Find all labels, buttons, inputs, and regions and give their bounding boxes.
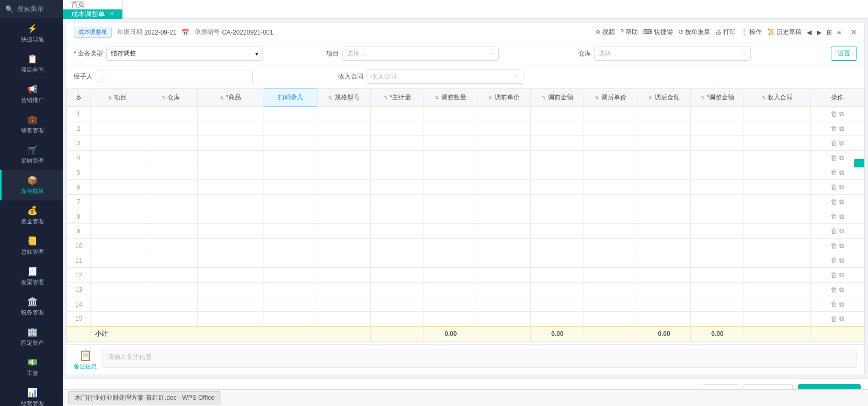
row-11-unit[interactable] xyxy=(371,253,424,268)
row-4-copy-icon[interactable]: ⧉ xyxy=(839,154,844,162)
row-4-scan[interactable] xyxy=(264,151,317,165)
row-13-adjust-amount[interactable] xyxy=(691,283,744,297)
row-9-after-price[interactable] xyxy=(584,224,637,239)
row-4-before-price[interactable] xyxy=(477,151,531,165)
row-14-before-price[interactable] xyxy=(477,297,531,312)
row-15-adjust-amount[interactable] xyxy=(691,312,744,326)
row-11-spec[interactable] xyxy=(317,253,371,268)
row-11-product[interactable] xyxy=(197,253,264,268)
row-8-income-contract[interactable] xyxy=(744,209,811,224)
taskbar-item[interactable]: 木门行业好业财处理方案-暮红红.doc - WPS Office xyxy=(68,391,221,404)
col-adjust-amount[interactable]: ⇅ *调整金额 xyxy=(691,89,744,107)
toolbar-nav-prev[interactable]: ◀ xyxy=(807,29,812,36)
row-10-after-amount[interactable] xyxy=(637,239,691,253)
row-7-product[interactable] xyxy=(197,195,264,209)
income-contract-input[interactable]: 收入合同 ··· xyxy=(367,70,523,84)
row-15-before-price[interactable] xyxy=(477,312,531,326)
row-7-before-price[interactable] xyxy=(477,195,531,209)
row-6-income-contract[interactable] xyxy=(744,180,811,195)
row-15-unit[interactable] xyxy=(371,312,424,326)
row-4-delete-icon[interactable]: 🗑 xyxy=(830,154,837,162)
sidebar-item-procurement[interactable]: 🛒采购管理 xyxy=(0,140,63,170)
row-4-income-contract[interactable] xyxy=(744,151,811,165)
sidebar-item-sales[interactable]: 💼销售管理 xyxy=(0,109,63,140)
row-15-after-amount[interactable] xyxy=(637,312,691,326)
doc-close-button[interactable]: ✕ xyxy=(850,27,857,37)
row-14-income-contract[interactable] xyxy=(744,297,811,312)
row-7-unit[interactable] xyxy=(371,195,424,209)
row-10-scan[interactable] xyxy=(264,239,317,253)
row-4-after-price[interactable] xyxy=(584,151,637,165)
row-11-adjust-amount[interactable] xyxy=(691,253,744,268)
row-2-before-price[interactable] xyxy=(477,121,531,136)
row-10-delete-icon[interactable]: 🗑 xyxy=(830,242,837,250)
doc-date-icon[interactable]: 📅 xyxy=(181,29,189,36)
toolbar-history[interactable]: 📜 历史草稿 xyxy=(767,28,802,37)
sidebar-item-ledger[interactable]: 📒总账管理 xyxy=(0,231,63,261)
settings-button[interactable]: 设置 xyxy=(831,47,857,61)
row-8-after-amount[interactable] xyxy=(637,209,691,224)
row-13-copy-icon[interactable]: ⧉ xyxy=(839,286,844,294)
row-1-unit[interactable] xyxy=(371,107,424,121)
row-3-after-amount[interactable] xyxy=(637,136,691,151)
row-5-adjust-amount[interactable] xyxy=(691,165,744,180)
row-12-qty[interactable] xyxy=(424,268,477,283)
row-9-before-price[interactable] xyxy=(477,224,531,239)
row-5-unit[interactable] xyxy=(371,165,424,180)
row-9-unit[interactable] xyxy=(371,224,424,239)
row-15-scan[interactable] xyxy=(264,312,317,326)
row-2-product[interactable] xyxy=(197,121,264,136)
row-10-adjust-amount[interactable] xyxy=(691,239,744,253)
row-15-qty[interactable] xyxy=(424,312,477,326)
row-8-scan[interactable] xyxy=(264,209,317,224)
row-8-delete-icon[interactable]: 🗑 xyxy=(830,212,837,220)
row-4-after-amount[interactable] xyxy=(637,151,691,165)
row-1-after-amount[interactable] xyxy=(637,107,691,121)
sidebar-item-payroll[interactable]: 💵工资 xyxy=(0,352,63,382)
row-3-item[interactable] xyxy=(90,136,144,151)
row-11-item[interactable] xyxy=(90,253,144,268)
row-13-product[interactable] xyxy=(197,283,264,297)
col-spec[interactable]: ⇅ 规格型号 xyxy=(317,89,371,107)
row-2-scan[interactable] xyxy=(264,121,317,136)
row-6-item[interactable] xyxy=(90,180,144,195)
row-13-warehouse[interactable] xyxy=(144,283,197,297)
row-13-spec[interactable] xyxy=(317,283,371,297)
row-11-copy-icon[interactable]: ⧉ xyxy=(839,256,844,265)
col-settings[interactable]: ⚙ xyxy=(67,89,91,107)
toolbar-recalc[interactable]: ↺ 按单重算 xyxy=(678,28,710,37)
row-10-before-amount[interactable] xyxy=(531,239,584,253)
row-7-warehouse[interactable] xyxy=(144,195,197,209)
row-6-adjust-amount[interactable] xyxy=(691,180,744,195)
row-15-income-contract[interactable] xyxy=(744,312,811,326)
col-qty[interactable]: ⇅ 调整数量 xyxy=(424,89,477,107)
row-15-product[interactable] xyxy=(197,312,264,326)
row-3-scan[interactable] xyxy=(264,136,317,151)
col-item[interactable]: ⇅ 项目 xyxy=(90,89,144,107)
row-5-warehouse[interactable] xyxy=(144,165,197,180)
row-15-after-price[interactable] xyxy=(584,312,637,326)
row-2-delete-icon[interactable]: 🗑 xyxy=(830,125,837,132)
row-7-scan[interactable] xyxy=(264,195,317,209)
row-5-qty[interactable] xyxy=(424,165,477,180)
row-1-adjust-amount[interactable] xyxy=(691,107,744,121)
row-13-before-price[interactable] xyxy=(477,283,531,297)
row-14-spec[interactable] xyxy=(317,297,371,312)
row-4-spec[interactable] xyxy=(317,151,371,165)
row-11-after-price[interactable] xyxy=(584,253,637,268)
row-1-qty[interactable] xyxy=(424,107,477,121)
row-4-qty[interactable] xyxy=(424,151,477,165)
col-after-amount[interactable]: ⇅ 调后金额 xyxy=(637,89,691,107)
row-1-delete-icon[interactable]: 🗑 xyxy=(830,110,837,118)
row-13-income-contract[interactable] xyxy=(744,283,811,297)
row-8-qty[interactable] xyxy=(424,209,477,224)
row-3-before-price[interactable] xyxy=(477,136,531,151)
row-8-warehouse[interactable] xyxy=(144,209,197,224)
row-12-before-amount[interactable] xyxy=(531,268,584,283)
sidebar-item-invoice[interactable]: 🧾发票管理 xyxy=(0,261,63,291)
row-7-qty[interactable] xyxy=(424,195,477,209)
col-before-amount[interactable]: ⇅ 调前金额 xyxy=(531,89,584,107)
row-3-delete-icon[interactable]: 🗑 xyxy=(830,139,837,147)
sidebar-item-inventory[interactable]: 📦库存核算 xyxy=(0,170,63,200)
row-11-scan[interactable] xyxy=(264,253,317,268)
